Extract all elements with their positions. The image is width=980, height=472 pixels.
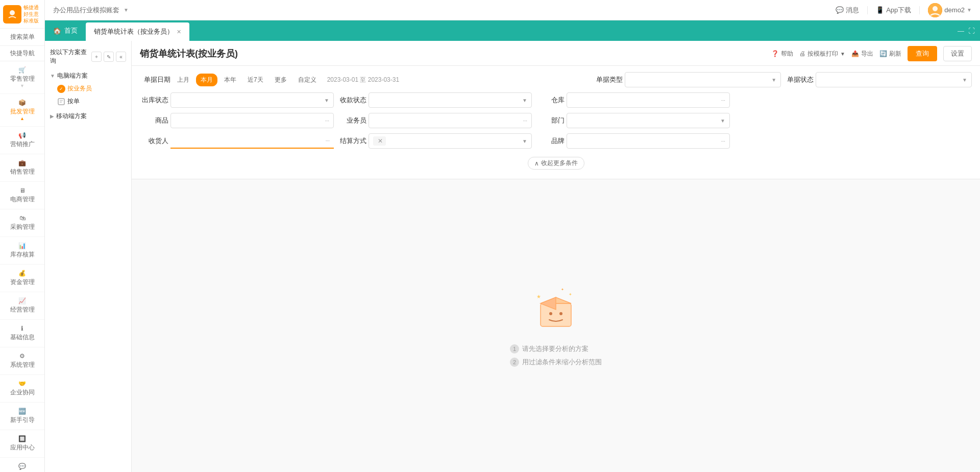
doc-status-input[interactable]: ▼ (816, 72, 972, 87)
receipt-status-input[interactable]: ▼ (369, 92, 532, 108)
tab-maximize-icon[interactable]: ⛶ (968, 27, 975, 35)
settlement-tag: ✕ (373, 136, 386, 146)
breadcrumb-dropdown[interactable]: ▼ (124, 7, 129, 13)
sidebar-item-marketing[interactable]: 📢 营销推广 (0, 127, 44, 154)
receipt-status-arrow: ▼ (522, 98, 527, 103)
warehouse-input[interactable]: ··· (567, 92, 730, 108)
sidebar-item-operations[interactable]: 📈 经营管理 (0, 292, 44, 320)
collapse-panel-icon[interactable]: « (116, 52, 126, 62)
print-icon: 🖨 (799, 50, 805, 57)
panel-header: 按以下方案查询 ＋ ✎ « (45, 46, 131, 69)
dept-arrow: ▼ (720, 118, 725, 124)
quick-nav[interactable]: 快捷导航 (0, 46, 44, 61)
sidebar-item-basic[interactable]: ℹ 基础信息 (0, 320, 44, 347)
message-icon: 💬 (836, 6, 844, 14)
settlement-clear-icon[interactable]: ✕ (378, 137, 383, 145)
date-filter-col: 单据日期 上月 本月 本年 近7天 更多 自定义 2023-03-01 至 20… (140, 74, 399, 86)
sidebar-logo: 畅捷通好生意 标准版 (0, 0, 44, 29)
sidebar-item-ecommerce[interactable]: 🖥 电商管理 (0, 182, 44, 209)
tree-group-mobile[interactable]: ▶ 移动端方案 (45, 110, 131, 123)
page-title: 销货单统计表(按业务员) (140, 48, 238, 60)
settlement-arrow: ▼ (522, 138, 527, 144)
page-title-row: 销货单统计表(按业务员) ❓ 帮助 🖨 按模板打印 ▼ 📤 (140, 46, 972, 65)
settings-button[interactable]: 设置 (943, 46, 972, 61)
out-status-input[interactable]: ▼ (170, 92, 334, 108)
sidebar-item-apps[interactable]: 🔲 应用中心 (0, 430, 44, 458)
svg-text:✦: ✦ (561, 288, 564, 291)
tab-bar: 🏠 首页 销货单统计表（按业务员） ✕ — ⛶ (45, 20, 980, 41)
doc-status-label: 单据状态 (785, 75, 814, 84)
message-btn[interactable]: 💬 消息 (836, 6, 859, 15)
template-print-btn[interactable]: 🖨 按模板打印 ▼ (799, 50, 845, 58)
tree-item-order[interactable]: 按单 (55, 95, 131, 108)
doc-type-input[interactable]: ▼ (625, 72, 781, 87)
export-btn[interactable]: 📤 导出 (851, 50, 873, 58)
order-icon (57, 98, 65, 106)
settlement-input[interactable]: ✕ ▼ (369, 133, 532, 149)
dept-input[interactable]: ▼ (567, 113, 730, 128)
help-btn[interactable]: ❓ 帮助 (771, 50, 793, 58)
date-btn-lastmonth[interactable]: 上月 (173, 74, 194, 86)
search-menu[interactable]: 搜索菜单 (0, 29, 44, 46)
sidebar-item-retail[interactable]: 🛒 零售管理 ▼ (0, 61, 44, 94)
user-name: demo2 (944, 6, 965, 14)
doc-type-label: 单据类型 (594, 75, 623, 84)
date-btn-thismonth[interactable]: 本月 (196, 74, 217, 86)
date-btn-custom[interactable]: 自定义 (293, 74, 321, 86)
tree-expand-icon: ▼ (50, 73, 55, 79)
brand-dots: ··· (721, 138, 725, 144)
add-scheme-icon[interactable]: ＋ (91, 52, 102, 62)
salesman-input[interactable]: ··· (369, 113, 532, 128)
guide-icon: 🆕 (3, 408, 42, 415)
tree-group-pc-label: 电脑端方案 (57, 72, 88, 80)
brand-input[interactable]: ··· (567, 133, 730, 149)
sidebar-item-wechat[interactable]: 💬 企业微信 (0, 458, 44, 472)
sidebar-item-finance[interactable]: 💰 资金管理 (0, 265, 44, 292)
user-menu[interactable]: demo2 ▼ (928, 3, 972, 17)
tab-sales-stat[interactable]: 销货单统计表（按业务员） ✕ (86, 22, 189, 41)
filter-area: 单据日期 上月 本月 本年 近7天 更多 自定义 2023-03-01 至 20… (132, 66, 980, 179)
tree-group-pc[interactable]: ▼ 电脑端方案 (45, 69, 131, 82)
inventory-icon: 📊 (3, 242, 42, 249)
collapse-btn[interactable]: ∧ 收起更多条件 (528, 157, 584, 170)
filter-row-2: 出库状态 ▼ 收款状态 ▼ 仓库 (140, 92, 972, 108)
operations-icon: 📈 (3, 297, 42, 304)
dept-col: 部门 ▼ (536, 113, 730, 128)
page-header: 销货单统计表(按业务员) ❓ 帮助 🖨 按模板打印 ▼ 📤 (132, 41, 980, 66)
edit-scheme-icon[interactable]: ✎ (104, 52, 114, 62)
sidebar-item-wholesale[interactable]: 📦 批发管理 ▲ (0, 94, 44, 127)
collapse-btn-area: ∧ 收起更多条件 (140, 154, 972, 173)
goods-dots: ··· (325, 118, 329, 124)
svg-point-2 (933, 6, 938, 11)
tab-home[interactable]: 🏠 首页 (45, 20, 86, 41)
sidebar-item-sales[interactable]: 💼 销售管理 (0, 154, 44, 182)
sidebar-item-enterprise[interactable]: 🤝 企业协同 (0, 375, 44, 403)
refresh-btn[interactable]: 🔄 刷新 (879, 50, 901, 58)
out-status-col: 出库状态 ▼ (140, 92, 334, 108)
date-btn-more[interactable]: 更多 (270, 74, 291, 86)
logo-icon (3, 5, 21, 23)
date-btn-thisyear[interactable]: 本年 (219, 74, 241, 86)
date-btn-7days[interactable]: 近7天 (243, 74, 268, 86)
sidebar-item-system[interactable]: ⚙ 系统管理 (0, 347, 44, 375)
app-download-btn[interactable]: 📱 App下载 (876, 6, 911, 15)
basic-icon: ℹ (3, 325, 42, 332)
sidebar-item-inventory[interactable]: 📊 库存核算 (0, 237, 44, 265)
query-button[interactable]: 查询 (908, 46, 937, 61)
sidebar-item-guide[interactable]: 🆕 新手引导 (0, 403, 44, 430)
wechat-icon: 💬 (3, 463, 42, 470)
tree-child-salesman: ✓ 按业务员 按单 (45, 82, 131, 108)
sidebar-item-purchase[interactable]: 🛍 采购管理 (0, 209, 44, 237)
tab-close-icon[interactable]: ✕ (177, 29, 181, 35)
hint-row-1: 1 请先选择要分析的方案 (510, 342, 602, 356)
brand-col: 品牌 ··· (536, 133, 730, 149)
goods-input[interactable]: ··· (170, 113, 334, 128)
receiver-input[interactable]: ··· (170, 133, 334, 149)
logo-text: 畅捷通好生意 标准版 (23, 4, 41, 24)
tree-item-salesman[interactable]: ✓ 按业务员 (55, 82, 131, 95)
tree-mobile-expand-icon: ▶ (50, 113, 54, 119)
tab-controls: — ⛶ (958, 27, 980, 35)
sidebar-nav: 🛒 零售管理 ▼ 📦 批发管理 ▲ 📢 营销推广 💼 销售管理 🖥 电商管理 🛍… (0, 61, 44, 472)
tab-minimize-icon[interactable]: — (958, 27, 964, 35)
empty-hints: 1 请先选择要分析的方案 2 用过滤条件来缩小分析范围 (510, 342, 602, 369)
